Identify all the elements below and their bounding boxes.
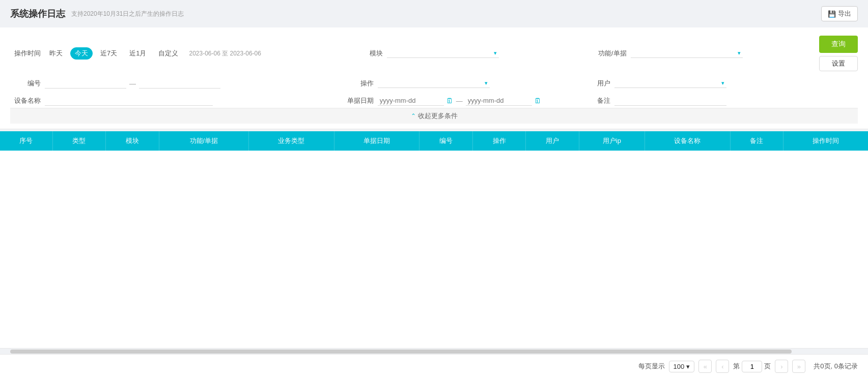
func-filter-item: 功能/单据 ▾ [586,49,819,58]
device-filter-item: 设备名称 [10,96,343,106]
pagination-bar: 每页显示 100 ▾ « ‹ 第 页 › » 共0页, 0条记录 [0,354,868,378]
docdate-to-input[interactable] [466,96,532,106]
page-size-chevron-icon: ▾ [686,363,690,370]
number-label: 编号 [10,79,41,88]
table-col-操作时间: 操作时间 [783,131,868,151]
last7-btn[interactable]: 近7天 [96,47,122,60]
module-label: 模块 [352,49,383,58]
page-wrapper: 系统操作日志 支持2020年10月31日之后产生的操作日志 💾 导出 操作时间 … [0,0,868,378]
number-dash: — [129,80,136,88]
user-label: 用户 [570,79,610,88]
calendar-to-icon[interactable]: 🗓 [534,97,541,105]
yesterday-btn[interactable]: 昨天 [45,47,67,60]
page-header: 系统操作日志 支持2020年10月31日之后产生的操作日志 💾 导出 [0,0,868,27]
docdate-from-input[interactable] [378,96,444,106]
docdate-filter-item: 单据日期 🗓 — 🗓 [343,96,570,106]
op-chevron-icon: ▾ [485,80,488,86]
table-col-业务类型: 业务类型 [249,131,334,151]
table-col-备注: 备注 [730,131,783,151]
page-input-area: 第 页 [733,361,771,372]
device-input[interactable] [45,96,213,106]
table-col-用户: 用户 [526,131,579,151]
page-title-area: 系统操作日志 支持2020年10月31日之后产生的操作日志 [10,8,184,20]
data-table: 序号类型模块功能/单据业务类型单据日期编号操作用户用户ip设备名称备注操作时间 [0,131,868,151]
page-label: 第 [733,362,740,371]
number-from-input[interactable] [45,78,126,89]
time-filter-item: 操作时间 昨天 今天 近7天 近1月 自定义 2023-06-06 至 2023… [10,47,352,60]
first-page-button[interactable]: « [698,360,712,373]
user-select[interactable]: ▾ [614,79,726,88]
page-summary: 共0页, 0条记录 [814,362,858,371]
remark-filter-item: 备注 [570,96,797,106]
table-col-设备名称: 设备名称 [645,131,730,151]
action-buttons: 查询 设置 [819,36,858,71]
filter-panel: 操作时间 昨天 今天 近7天 近1月 自定义 2023-06-06 至 2023… [0,27,868,129]
scroll-bar-inner [10,350,792,354]
remark-input[interactable] [614,96,726,106]
export-icon: 💾 [828,10,836,18]
docdate-dash: — [456,97,463,105]
query-button[interactable]: 查询 [819,36,858,53]
time-label: 操作时间 [10,49,41,58]
export-button[interactable]: 💾 导出 [821,6,858,21]
export-label: 导出 [838,9,851,18]
module-filter-item: 模块 ▾ [352,49,585,58]
collapse-chevron-icon: ⌃ [411,112,416,120]
module-chevron-icon: ▾ [494,50,497,56]
func-label: 功能/单据 [586,49,627,58]
calendar-from-icon[interactable]: 🗓 [446,97,453,105]
collapse-label: 收起更多条件 [418,111,458,121]
docdate-label: 单据日期 [343,96,374,105]
last-page-button[interactable]: » [792,360,805,373]
setting-button[interactable]: 设置 [819,56,858,71]
op-filter-item: 操作 ▾ [343,79,570,88]
last1m-btn[interactable]: 近1月 [125,47,151,60]
table-col-模块: 模块 [106,131,159,151]
op-label: 操作 [343,79,374,88]
page-unit: 页 [764,362,771,371]
prev-page-button[interactable]: ‹ [716,360,729,373]
table-col-操作: 操作 [472,131,525,151]
table-col-类型: 类型 [52,131,105,151]
page-title: 系统操作日志 [10,8,65,20]
time-date-range: 2023-06-06 至 2023-06-06 [189,49,261,58]
next-page-button[interactable]: › [775,360,788,373]
func-select[interactable]: ▾ [631,49,743,58]
table-col-用户ip: 用户ip [579,131,645,151]
op-select[interactable]: ▾ [378,79,490,88]
table-header-row: 序号类型模块功能/单据业务类型单据日期编号操作用户用户ip设备名称备注操作时间 [0,131,868,151]
time-filter-group: 昨天 今天 近7天 近1月 自定义 2023-06-06 至 2023-06-0… [45,47,261,60]
user-chevron-icon: ▾ [721,80,724,86]
page-size-select[interactable]: 100 ▾ [669,361,695,372]
filter-row-3: 设备名称 单据日期 🗓 — 🗓 备注 [10,96,858,106]
module-select[interactable]: ▾ [387,49,499,58]
page-subtitle: 支持2020年10月31日之后产生的操作日志 [71,10,184,18]
scroll-bar-area[interactable] [0,348,868,354]
collapse-button[interactable]: ⌃ 收起更多条件 [10,108,858,124]
filter-row-2: 编号 — 操作 ▾ 用户 ▾ [10,78,858,89]
number-to-input[interactable] [139,78,220,89]
user-filter-item: 用户 ▾ [570,79,797,88]
page-size-value: 100 [674,363,685,370]
table-col-单据日期: 单据日期 [334,131,419,151]
device-label: 设备名称 [10,96,41,105]
remark-label: 备注 [570,96,610,105]
number-filter-item: 编号 — [10,78,343,89]
table-col-序号: 序号 [0,131,52,151]
table-col-功能/单据: 功能/单据 [159,131,248,151]
table-col-编号: 编号 [419,131,472,151]
table-header: 序号类型模块功能/单据业务类型单据日期编号操作用户用户ip设备名称备注操作时间 [0,131,868,151]
page-size-label: 每页显示 [638,362,665,371]
custom-btn[interactable]: 自定义 [154,47,183,60]
page-number-input[interactable] [742,361,762,372]
table-wrapper: 序号类型模块功能/单据业务类型单据日期编号操作用户用户ip设备名称备注操作时间 [0,131,868,348]
filter-row-1: 操作时间 昨天 今天 近7天 近1月 自定义 2023-06-06 至 2023… [10,36,858,71]
today-btn[interactable]: 今天 [70,47,93,60]
func-chevron-icon: ▾ [738,50,741,56]
